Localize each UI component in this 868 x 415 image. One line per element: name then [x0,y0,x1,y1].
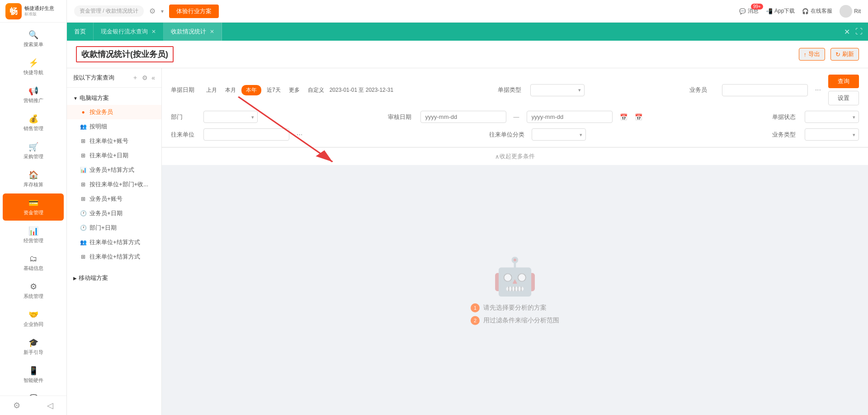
scheme-item-salesman-date[interactable]: 🕐 业务员+日期 [67,206,161,221]
panel-settings-icon[interactable]: ⚙ [142,74,148,81]
panel-collapse-icon[interactable]: « [151,74,155,81]
salesman-settle-icon: 📊 [80,166,87,174]
unit-more-icon[interactable]: ··· [297,131,302,139]
tab-collection-stat[interactable]: 收款情况统计 ✕ [164,23,222,41]
tab-bank-flow[interactable]: 现金银行流水查询 ✕ [94,23,164,41]
desktop-scheme-title[interactable]: ▼ 电脑端方案 [67,91,161,105]
export-icon: ↑ [804,51,807,58]
review-date-end-cal-icon[interactable]: 📅 [635,113,642,121]
date-btn-last-month[interactable]: 上月 [203,85,220,95]
export-button[interactable]: ↑ 导出 [799,48,826,61]
service-label: 在线客服 [811,7,832,15]
tab-home[interactable]: 首页 [67,23,94,41]
sidebar-item-search-menu[interactable]: 🔍 搜索菜单 [3,25,64,52]
date-btn-this-month[interactable]: 本月 [222,85,239,95]
scheme-item-unit-account[interactable]: ⊞ 往来单位+账号 [67,134,161,148]
online-service-button[interactable]: 🎧 在线客服 [802,7,832,15]
tab-close-all-icon[interactable]: ✕ [844,28,850,36]
scheme-item-salesman-settle[interactable]: 📊 业务员+结算方式 [67,163,161,177]
scheme-item-unit-dept[interactable]: ⊞ 按往来单位+部门+收... [67,177,161,192]
message-button[interactable]: 💬 消息 99+ [739,7,759,15]
doc-status-select[interactable] [805,111,859,123]
panel-header: 按以下方案查询 ＋ ⚙ « [67,68,161,88]
main-area: 资金管理 / 收款情况统计 ⚙ ▾ 体验行业方案 💬 消息 99+ 📲 App下… [67,0,868,415]
scheme-item-dept-date[interactable]: 🕐 部门+日期 [67,221,161,235]
biz-type-select[interactable] [805,128,859,141]
mobile-scheme-title[interactable]: ▶ 移动端方案 [67,271,161,285]
sidebar-item-operation[interactable]: 📊 经营管理 [3,222,64,249]
sidebar-item-purchase[interactable]: 🛒 采购管理 [3,137,64,165]
review-date-end[interactable] [527,111,613,123]
scheme-item-unit-date[interactable]: ⊞ 往来单位+日期 [67,148,161,163]
sidebar-item-base-info[interactable]: 🗂 基础信息 [3,250,64,276]
unit-settle2-icon: ⊞ [80,253,87,260]
tip-2-text: 用过滤条件来缩小分析范围 [483,316,559,325]
sidebar-item-system[interactable]: ⚙ 系统管理 [3,277,64,304]
unit-account-icon: ⊞ [80,137,87,145]
scheme-item-salesman-account[interactable]: ⊞ 业务员+账号 [67,192,161,206]
tab-expand-icon[interactable]: ⛶ [855,28,863,36]
footer-settings-icon[interactable]: ⚙ [13,401,20,410]
review-date-start-cal-icon[interactable]: 📅 [620,113,627,121]
dept-select[interactable] [203,111,258,123]
header-settings-icon[interactable]: ⚙ [149,7,156,15]
sidebar-item-wechat[interactable]: 💬 企业微信 [3,389,64,396]
tip-1-text: 请先选择要分析的方案 [483,304,547,312]
tab-bank-flow-close[interactable]: ✕ [151,28,156,35]
empty-state: 🤖 1 请先选择要分析的方案 2 用过滤条件来缩小分析范围 [162,165,868,415]
app-icon: 📲 [766,8,773,14]
panel-add-icon[interactable]: ＋ [132,74,138,82]
unit-category-select[interactable] [532,128,586,141]
date-btn-more[interactable]: 更多 [286,85,302,95]
sidebar-item-marketing[interactable]: 📢 营销推广 [3,81,64,108]
sidebar-item-sales[interactable]: 💰 销售管理 [3,109,64,137]
sidebar-item-enterprise[interactable]: 🤝 企业协同 [3,305,64,332]
header-right: 💬 消息 99+ 📲 App下载 🎧 在线客服 Rit [739,5,861,18]
refresh-button[interactable]: ↻ 刷新 [830,48,859,61]
salesman-account-icon: ⊞ [80,195,87,203]
user-avatar [840,5,852,18]
salesman-input[interactable] [722,84,808,96]
unit-category-select-wrap [532,128,586,141]
sidebar-item-smart-hw[interactable]: 📱 智能硬件 [3,361,64,388]
review-date-start[interactable] [420,111,506,123]
scheme-item-unit-settle[interactable]: 👥 往来单位+结算方式 [67,235,161,250]
sidebar-item-capital[interactable]: 💳 资金管理 [3,193,64,221]
salesman-more-icon[interactable]: ··· [815,86,821,94]
query-button[interactable]: 查询 [828,75,859,88]
tabs-right-actions: ✕ ⛶ [839,23,868,41]
scheme-item-by-salesman[interactable]: ● 按业务员 [67,105,161,119]
tip-2-num: 2 [471,316,480,325]
base-info-icon: 🗂 [29,254,38,264]
doc-type-select[interactable] [530,84,585,96]
collapse-more-btn[interactable]: ∧ 收起更多条件 [162,147,868,165]
page-actions: ↑ 导出 ↻ 刷新 [799,48,859,61]
filter-row-2: 部门 审核日期 — 📅 📅 [171,111,859,123]
refresh-icon: ↻ [835,51,840,58]
date-separator: — [514,113,519,120]
empty-tip-2: 2 用过滤条件来缩小分析范围 [471,316,559,325]
header-dropdown-icon[interactable]: ▾ [161,8,164,14]
tab-collection-stat-close[interactable]: ✕ [210,28,214,35]
settings-button[interactable]: 设置 [828,91,859,105]
page-content: 收款情况统计(按业务员) ↑ 导出 ↻ 刷新 按以下方案查询 ＋ [67,41,868,415]
capital-icon: 💳 [28,198,38,208]
logo-text: 畅捷通好生意 [24,5,54,11]
date-btn-custom[interactable]: 自定义 [305,85,327,95]
doc-status-label: 单据状态 [772,113,797,121]
sales-icon: 💰 [28,114,38,124]
sidebar-item-guide[interactable]: 🎓 新手引导 [3,333,64,360]
marketing-icon: 📢 [28,86,38,96]
sidebar-item-quick-nav[interactable]: ⚡ 快捷导航 [3,53,64,80]
footer-collapse-icon[interactable]: ◁ [47,401,53,410]
unit-input[interactable] [203,128,289,141]
app-download-button[interactable]: 📲 App下载 [766,7,795,15]
scheme-item-unit-settle2[interactable]: ⊞ 往来单位+结算方式 [67,250,161,264]
filter-row-3: 往来单位 ··· 往来单位分类 业务类型 [171,128,859,141]
scheme-item-by-detail[interactable]: 👥 按明细 [67,119,161,134]
empty-icon: 🤖 [492,255,538,298]
sidebar-item-inventory[interactable]: 🏠 库存核算 [3,165,64,193]
date-btn-this-year[interactable]: 本年 [241,85,261,95]
solution-button[interactable]: 体验行业方案 [169,5,219,18]
date-btn-7days[interactable]: 近7天 [264,85,283,95]
